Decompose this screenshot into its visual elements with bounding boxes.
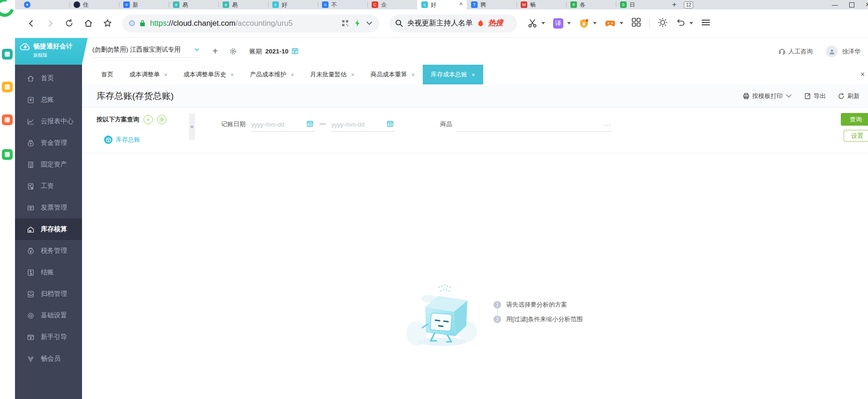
browser-tab[interactable]: c 好 — [268, 0, 318, 9]
refresh-icon[interactable] — [65, 19, 74, 28]
tab-collapse-icon[interactable]: ^ — [460, 2, 463, 8]
avatar[interactable] — [826, 45, 838, 57]
product-input[interactable] — [457, 120, 613, 132]
print-by-template-button[interactable]: 按模板打印 — [743, 92, 792, 100]
sidebar-item-funds[interactable]: 资金管理 — [15, 132, 82, 154]
browser-tab[interactable]: C 企 — [367, 0, 417, 9]
query-button[interactable]: 查询 — [841, 113, 868, 126]
tab-close-icon[interactable]: × — [411, 71, 415, 78]
window-minimize-button[interactable]: — — [832, 1, 838, 8]
browser-tab[interactable]: M 畅 — [516, 0, 566, 9]
browser-tab[interactable]: e 易 — [218, 0, 268, 9]
workspace-tab[interactable]: 产品成本维护 × — [242, 65, 302, 84]
screenshot-scissors-icon[interactable] — [527, 18, 545, 29]
product-picker-dots[interactable]: … — [604, 119, 612, 127]
collapse-panel-icon[interactable]: « — [189, 113, 195, 140]
add-account-button[interactable]: + — [212, 46, 218, 57]
window-close-button[interactable]: × — [866, 0, 868, 9]
home-icon[interactable] — [84, 19, 93, 28]
workspace-tab[interactable]: 成本调整单历史 × — [176, 65, 242, 84]
dock-app-icon[interactable] — [2, 114, 13, 125]
date-to-input[interactable] — [330, 120, 395, 132]
sidebar-item-general-ledger[interactable]: 总账 — [15, 89, 82, 111]
tab-close-icon[interactable]: × — [291, 71, 294, 78]
tab-count-badge[interactable]: 12 — [684, 1, 693, 8]
browser-tab[interactable]: # 各 — [566, 0, 616, 9]
sidebar-item-closing[interactable]: 结账 — [15, 262, 82, 283]
workspace-tab[interactable]: 月末批量暂估 × — [302, 65, 363, 84]
browser-tab[interactable]: e 易 — [169, 0, 218, 9]
product-field[interactable]: … — [457, 120, 613, 132]
company-selector[interactable]: (勿删勿禁用) 江西服宝测试专用 — [92, 45, 199, 58]
date-from-field[interactable] — [250, 120, 315, 132]
plan-item-inventory-ledger[interactable]: 库存总账 — [104, 136, 189, 144]
tab-close-icon[interactable]: × — [164, 71, 168, 78]
sidebar-item-membership[interactable]: 畅会员 — [15, 348, 82, 369]
sidebar-item-invoices[interactable]: 发票管理 — [15, 197, 82, 218]
refresh-button[interactable]: 刷新 — [838, 92, 860, 100]
add-plan-icon[interactable]: + — [143, 115, 153, 124]
support-link[interactable]: 人工咨询 — [778, 47, 813, 56]
sidebar-item-guide[interactable]: 新手引导 — [15, 326, 82, 348]
url-text[interactable]: https://cloud.chanjet.com/accounting/uru… — [150, 19, 337, 28]
speed-bolt-icon[interactable] — [354, 19, 360, 27]
tab-close-icon[interactable]: × — [471, 71, 475, 78]
accounting-period[interactable]: 账期 2021-10 — [249, 47, 299, 56]
company-name: (勿删勿禁用) 江西服宝测试专用 — [92, 45, 180, 54]
bookmark-star-icon[interactable] — [103, 19, 112, 28]
tax-icon — [27, 247, 35, 255]
account-settings-gear-icon[interactable] — [229, 47, 237, 55]
date-to-field[interactable] — [330, 120, 395, 132]
export-button[interactable]: 导出 — [804, 92, 826, 100]
qr-code-icon[interactable] — [342, 20, 349, 27]
tabs-close-all-icon[interactable]: × — [861, 65, 865, 84]
username[interactable]: 徐泽华 — [842, 47, 861, 56]
dock-app-icon[interactable] — [2, 49, 13, 60]
forward-icon[interactable] — [46, 19, 54, 28]
browser-tab[interactable]: c 好 ^ — [417, 0, 467, 9]
sidebar-item-home[interactable]: 首页 — [15, 68, 82, 89]
browser-tab[interactable]: ▾ — [20, 0, 69, 9]
sidebar-item-cloud-reports[interactable]: 云报表中心 — [15, 111, 82, 132]
menu-hamburger-icon[interactable] — [701, 18, 711, 29]
workspace-tab[interactable]: 商品成本重算 × — [362, 65, 423, 84]
new-tab-button[interactable]: + — [672, 0, 676, 9]
address-bar[interactable]: https://cloud.chanjet.com/accounting/uru… — [122, 15, 379, 32]
calendar-icon[interactable] — [387, 120, 394, 129]
settings-button[interactable]: 设置 — [844, 130, 868, 142]
window-maximize-button[interactable] — [849, 2, 854, 8]
browser-search-box[interactable]: 央视更新主持人名单 热搜 — [389, 15, 517, 32]
back-icon[interactable] — [27, 19, 36, 28]
sidebar-item-tax[interactable]: 税务管理 — [15, 240, 82, 262]
browser-tab[interactable]: ≡ 不 — [318, 0, 367, 9]
tab-close-icon[interactable]: × — [351, 71, 355, 78]
address-dropdown-icon[interactable] — [366, 21, 373, 25]
calendar-icon[interactable] — [307, 120, 314, 129]
workspace-tab[interactable]: 库存成本总账 × — [423, 65, 483, 84]
sidebar-item-fixed-assets[interactable]: 固定资产 — [15, 154, 82, 175]
translate-icon[interactable]: 译 — [553, 18, 571, 29]
sidebar-item-inventory[interactable]: 库存核算 — [15, 218, 82, 240]
plan-settings-gear-icon[interactable] — [157, 115, 166, 124]
browser-tab[interactable]: S 日 — [616, 0, 666, 9]
hot-search-label[interactable]: 热搜 — [488, 18, 503, 28]
browser-tab[interactable]: T 腾 — [467, 0, 516, 9]
date-from-input[interactable] — [250, 120, 315, 132]
dock-app-icon[interactable] — [2, 149, 13, 160]
support-label: 人工咨询 — [788, 47, 813, 56]
sidebar-item-settings[interactable]: 基础设置 — [15, 305, 82, 326]
tab-close-icon[interactable]: × — [231, 71, 234, 78]
dock-app-icon[interactable] — [2, 82, 13, 92]
browser-tab[interactable]: 住 — [69, 0, 119, 9]
workspace-tab[interactable]: 成本调整单 × — [121, 65, 176, 84]
browser-tab[interactable]: ≡ 新 — [119, 0, 169, 9]
theme-sun-icon[interactable] — [658, 17, 668, 30]
wallet-shield-icon[interactable] — [579, 18, 597, 29]
site-info-icon[interactable] — [129, 20, 135, 26]
extensions-grid-icon[interactable] — [631, 17, 641, 29]
undo-history-icon[interactable] — [676, 18, 693, 28]
sidebar-item-archive[interactable]: 归档管理 — [15, 283, 82, 305]
workspace-tab[interactable]: 首页 — [93, 65, 121, 84]
games-gamepad-icon[interactable] — [605, 19, 623, 28]
sidebar-item-payroll[interactable]: 工资 — [15, 175, 82, 197]
